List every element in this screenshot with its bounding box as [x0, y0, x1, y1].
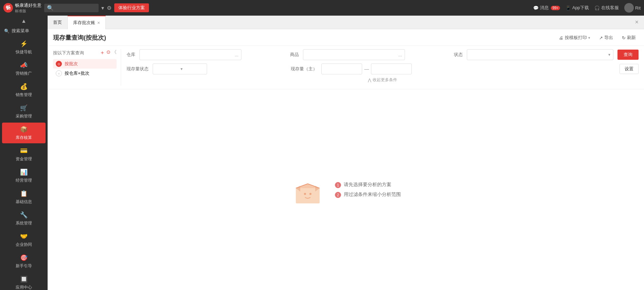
warehouse-more-icon[interactable]: ...	[235, 52, 238, 57]
edit-scheme-icon[interactable]: ⊙	[106, 49, 111, 56]
message-icon: 💬	[533, 5, 539, 11]
sidebar-item-inventory[interactable]: 📦 库存核算	[2, 123, 46, 143]
sidebar-item-system[interactable]: 🔧 系统管理	[2, 208, 46, 229]
page-header: 现存量查询(按批次) 🖨 按模板打印 ▾ ↗ 导出 ↻ 刷新	[48, 29, 644, 46]
inventory-qty-max[interactable]	[371, 64, 412, 74]
collapse-row[interactable]: ⋀ 收起更多条件	[126, 74, 639, 86]
messages-item[interactable]: 💬 消息 99+	[533, 5, 560, 11]
logo-area: 畅 畅康通好生意 标准版	[3, 2, 41, 14]
warehouse-field-wrapper: 仓库 ...	[126, 49, 286, 60]
status-input[interactable]: ▾	[467, 49, 613, 60]
sidebar-item-operations[interactable]: 📊 经营管理	[2, 165, 46, 186]
basic-info-label: 基础信息	[16, 199, 32, 205]
empty-state-content: 1 请先选择要分析的方案 2 用过滤条件来缩小分析范围	[291, 173, 401, 207]
empty-step-2: 2 用过滤条件来缩小分析范围	[335, 192, 401, 198]
empty-state: 1 请先选择要分析的方案 2 用过滤条件来缩小分析范围	[48, 89, 644, 290]
inventory-qty-wrapper: 现存量（主） —	[291, 64, 451, 74]
collapse-icon: ⋀	[368, 78, 371, 83]
finance-label: 资金管理	[16, 156, 32, 162]
export-icon: ↗	[599, 35, 603, 40]
messages-label: 消息	[540, 5, 549, 11]
messages-badge: 99+	[551, 6, 560, 10]
tab-close-button[interactable]: ×	[97, 20, 100, 25]
print-template-btn[interactable]: 🖨 按模板打印 ▾	[556, 33, 593, 42]
filter-left-header: 按以下方案查询 ＋ ⊙ 《	[53, 49, 117, 56]
filter-right: 仓库 ... 商品	[121, 49, 639, 86]
filter-rows: 仓库 ... 商品	[126, 49, 639, 74]
product-field-wrapper: 商品 ...	[290, 49, 450, 60]
search-input[interactable]	[55, 5, 96, 10]
inventory-icon: 📦	[20, 125, 28, 133]
main-layout: ▲ 🔍 搜索菜单 ⚡ 快捷导航 📣 营销推广 💰 销售管理 🛒 采购管理 📦 库…	[0, 16, 644, 290]
tab-batch-account[interactable]: 库存批次账 ×	[68, 16, 106, 29]
dropdown-icon[interactable]: ▾	[101, 5, 104, 11]
close-panel-icon[interactable]: ×	[632, 19, 641, 26]
online-service-item[interactable]: 🎧 在线客服	[594, 5, 619, 11]
sidebar-item-app-center[interactable]: 🔲 应用中心	[2, 272, 46, 290]
page-header-actions: 🖨 按模板打印 ▾ ↗ 导出 ↻ 刷新	[556, 33, 639, 42]
user-name: Rit	[635, 5, 641, 11]
refresh-label: 刷新	[627, 35, 636, 41]
enterprise-label: 企业协同	[16, 242, 32, 248]
purchase-label: 采购管理	[16, 113, 32, 119]
sidebar-item-newbie[interactable]: 🎯 新手引导	[2, 251, 46, 272]
trial-button[interactable]: 体验行业方案	[114, 3, 149, 12]
sidebar-search[interactable]: 🔍 搜索菜单	[0, 25, 48, 37]
inventory-label: 库存核算	[16, 135, 32, 141]
filter-scheme-title: 按以下方案查询	[53, 50, 84, 56]
sidebar-item-sales[interactable]: 💰 销售管理	[2, 80, 46, 101]
basic-info-icon: 📋	[20, 189, 28, 198]
user-item[interactable]: Rit	[624, 3, 641, 13]
header-left: 畅 畅康通好生意 标准版 🔍 ▾ ⚙ 体验行业方案	[3, 2, 149, 14]
export-btn[interactable]: ↗ 导出	[596, 33, 616, 42]
sidebar-item-basic-info[interactable]: 📋 基础信息	[2, 187, 46, 207]
sidebar-scroll-up[interactable]: ▲	[0, 17, 48, 25]
query-button[interactable]: 查询	[617, 50, 639, 60]
inventory-status-wrapper: 现存量状态 ▾	[126, 64, 287, 74]
content-area: 首页 库存批次账 × × 现存量查询(按批次) 🖨 按模板打印 ▾	[48, 16, 644, 290]
refresh-btn[interactable]: ↻ 刷新	[619, 33, 639, 42]
scheme-by-batch-label: 按批次	[65, 61, 78, 67]
scheme-item-by-warehouse-batch[interactable]: ○ 按仓库+批次	[53, 69, 117, 78]
edition-label: 标准版	[15, 8, 41, 14]
search-bar[interactable]: 🔍	[44, 4, 99, 12]
add-scheme-icon[interactable]: ＋	[100, 49, 105, 56]
scheme-item-by-batch[interactable]: ⊙ 按批次	[53, 59, 117, 69]
sidebar-item-quick-nav[interactable]: ⚡ 快捷导航	[2, 37, 46, 58]
status-dropdown-icon[interactable]: ▾	[608, 52, 610, 57]
refresh-icon: ↻	[622, 35, 626, 40]
newbie-icon: 🎯	[20, 254, 28, 262]
settings-button[interactable]: 设置	[620, 64, 639, 74]
sidebar-item-finance[interactable]: 💳 资金管理	[2, 144, 46, 165]
app-download-item[interactable]: 📱 App下载	[565, 5, 589, 11]
step1-num: 1	[335, 182, 341, 188]
operations-icon: 📊	[20, 168, 28, 176]
collapse-scheme-icon[interactable]: 《	[112, 49, 117, 56]
product-label: 商品	[290, 52, 299, 58]
svg-point-7	[309, 193, 311, 195]
finance-icon: 💳	[20, 147, 28, 155]
settings-icon[interactable]: ⚙	[107, 5, 112, 11]
filter-row-1: 仓库 ... 商品	[126, 49, 639, 60]
inventory-status-select[interactable]: ▾	[153, 64, 207, 74]
scheme-inactive-icon: ○	[56, 70, 62, 76]
inventory-status-label: 现存量状态	[126, 66, 149, 72]
print-dropdown-icon[interactable]: ▾	[588, 36, 590, 40]
sidebar-item-enterprise[interactable]: 🤝 企业协同	[2, 230, 46, 250]
product-input[interactable]: ...	[303, 49, 405, 60]
inventory-qty-label: 现存量（主）	[291, 66, 317, 72]
warehouse-input[interactable]: ...	[139, 49, 241, 60]
filter-left: 按以下方案查询 ＋ ⊙ 《 ⊙ 按批次 ○	[53, 49, 121, 86]
inventory-status-chevron: ▾	[181, 67, 204, 71]
sidebar-item-purchase[interactable]: 🛒 采购管理	[2, 101, 46, 122]
company-name: 畅康通好生意	[15, 2, 41, 8]
sidebar-item-marketing[interactable]: 📣 营销推广	[2, 58, 46, 79]
filter-wrapper: 按以下方案查询 ＋ ⊙ 《 ⊙ 按批次 ○	[48, 46, 644, 89]
quick-nav-label: 快捷导航	[16, 49, 32, 55]
tab-bar: 首页 库存批次账 × ×	[48, 16, 644, 29]
tab-home[interactable]: 首页	[48, 16, 68, 29]
tab-bar-right: ×	[632, 19, 644, 26]
operations-label: 经营管理	[16, 178, 32, 183]
inventory-qty-min[interactable]	[321, 64, 362, 74]
product-more-icon[interactable]: ...	[398, 52, 402, 57]
